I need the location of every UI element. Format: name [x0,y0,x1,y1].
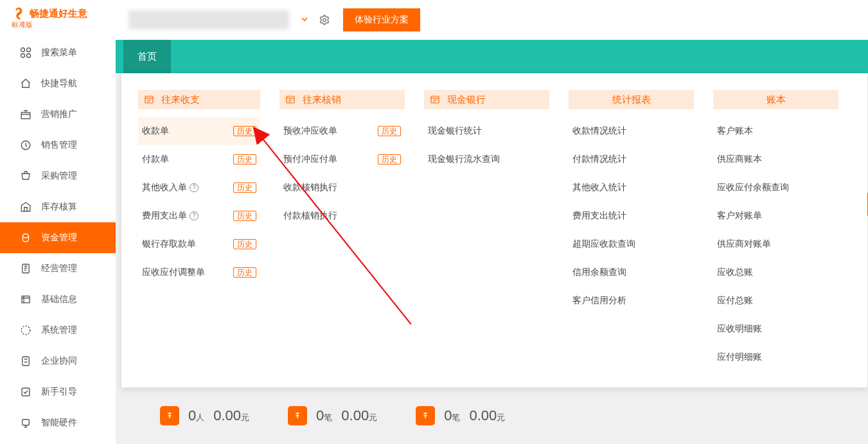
mega-menu-item-label: 银行存取款单 [142,238,196,250]
help-icon[interactable]: ? [190,211,199,220]
sidebar-item-purchase[interactable]: 采购管理 [0,161,116,191]
sidebar-item-quicknav[interactable]: 快捷导航 [0,68,116,99]
sidebar-item-inventory[interactable]: 库存核算 [0,191,116,222]
history-badge[interactable]: 历史 [233,182,256,193]
svg-point-1 [27,48,31,52]
history-badge[interactable]: 历史 [233,267,256,278]
mega-menu-item[interactable]: 其他收入统计 [569,173,694,202]
mega-menu-item[interactable]: 应收应付调整单历史 [138,258,260,287]
summary-card: 0笔 0.00元 [288,398,377,434]
card-amount: 0.00元 [213,407,249,424]
sidebar-item-guide[interactable]: 新手引导 [0,377,116,407]
history-badge[interactable]: 历史 [378,126,401,136]
mega-menu-item[interactable]: 费用支出统计 [569,202,694,230]
header: 体验行业方案 [116,0,868,40]
mega-menu-item[interactable]: 应收总账 [713,258,838,287]
mega-menu-item[interactable]: 预收冲应收单历史 [279,117,405,145]
sidebar-item-system[interactable]: 系统管理 [0,315,116,346]
svg-rect-9 [22,357,30,366]
mega-menu-item[interactable]: 收款单历史 [138,117,260,145]
sidebar-item-basic[interactable]: 基础信息 [0,284,116,315]
mega-menu-item[interactable]: 费用支出单?历史 [138,202,260,230]
mega-menu-item[interactable]: 其他收入单?历史 [138,173,260,202]
mega-menu-item[interactable]: 应付明细账 [713,343,838,371]
quicknav-icon [19,78,32,89]
mega-menu-item-label: 预收冲应收单 [283,125,337,137]
mega-menu-item[interactable]: 付款情况统计 [569,145,694,173]
logo-area: 畅捷通好生意 标准版 [0,0,116,37]
dropdown-caret-icon[interactable] [301,15,308,25]
sidebar-item-sales[interactable]: 销售管理 [0,130,116,161]
system-icon [19,324,32,336]
history-badge[interactable]: 历史 [233,211,256,221]
mega-menu-column-header: 统计报表 [569,90,694,109]
mega-menu-item[interactable]: 银行存取款单历史 [138,230,260,258]
mega-menu-item[interactable]: 预付冲应付单历史 [279,145,405,173]
document-icon [429,94,441,105]
sidebar-item-operation[interactable]: 经营管理 [0,253,116,284]
sidebar-item-corp[interactable]: 企业协同 [0,346,116,377]
svg-point-2 [21,54,25,58]
history-badge[interactable]: 历史 [233,154,256,164]
funds-icon [19,232,32,244]
mega-menu-item[interactable]: 信用余额查询 [569,258,694,287]
mega-menu-item-label: 现金银行统计 [428,125,482,137]
mega-menu-item[interactable]: 应收明细账 [713,315,838,343]
card-count: 0人 [188,407,204,424]
tab-home[interactable]: 首页 [123,40,171,73]
mega-menu-item[interactable]: 收款核销执行 [279,173,405,202]
history-badge[interactable]: 历史 [233,126,256,136]
mega-menu-item[interactable]: 付款核销执行 [279,202,405,230]
mega-menu-column-header: 现金银行 [424,90,549,109]
svg-point-8 [21,326,30,335]
sidebar-item-hardware[interactable]: 智能硬件 [0,407,116,438]
mega-menu-item-label: 应收应付调整单 [142,267,205,278]
history-badge[interactable]: 历史 [233,239,256,249]
mega-menu-item-label: 供应商账本 [717,154,762,165]
sidebar-item-label: 搜索菜单 [41,47,77,58]
mega-menu-column-title: 现金银行 [447,94,486,106]
mega-menu-item[interactable]: 客户账本 [713,117,838,145]
brand-logo-icon [12,6,26,21]
mega-menu-item[interactable]: 超期应收款查询 [569,230,694,258]
svg-rect-14 [145,96,153,103]
mega-menu-item[interactable]: 应付总账 [713,287,838,315]
history-badge[interactable]: 历史 [378,154,401,164]
card-count: 0笔 [444,407,460,424]
mega-menu-item-label: 收款情况统计 [572,125,626,137]
sidebar-item-funds[interactable]: 资金管理 [0,222,116,253]
mega-menu: 往来收支收款单历史付款单历史其他收入单?历史费用支出单?历史银行存取款单历史应收… [121,73,867,387]
mega-menu-item-label: 客户对账单 [717,210,762,222]
mega-menu-item[interactable]: 客户对账单 [713,202,838,230]
sidebar-item-label: 快捷导航 [41,78,77,89]
svg-point-0 [21,48,25,52]
gear-icon[interactable] [319,14,330,26]
card-icon [160,406,179,425]
card-amount: 0.00元 [341,407,377,424]
mega-menu-item-label: 费用支出统计 [572,210,626,222]
mega-menu-column: 账本客户账本供应商账本应收应付余额查询客户对账单供应商对账单应收总账应付总账应收… [713,90,838,371]
sidebar-item-label: 经营管理 [41,263,77,274]
mega-menu-item[interactable]: 客户信用分析 [569,287,694,315]
mega-menu-item[interactable]: 现金银行统计 [424,117,549,145]
card-amount: 0.00元 [469,407,505,424]
sidebar-item-label: 销售管理 [41,139,77,151]
mega-menu-item[interactable]: 收款情况统计 [569,117,694,145]
mega-menu-item[interactable]: 现金银行流水查询 [424,145,549,173]
org-selector-placeholder [128,10,289,30]
tabs-bar: 首页 [116,40,868,73]
mega-menu-item-label: 预付冲应付单 [283,154,337,165]
mega-menu-item-label: 收款核销执行 [283,182,337,193]
mega-menu-item[interactable]: 供应商账本 [713,145,838,173]
sidebar-item-search[interactable]: 搜索菜单 [0,37,116,68]
mega-menu-item[interactable]: 供应商对账单 [713,230,838,258]
svg-rect-16 [431,96,439,103]
sidebar-item-marketing[interactable]: 营销推广 [0,99,116,130]
cta-button[interactable]: 体验行业方案 [343,8,420,31]
card-icon [416,406,435,425]
mega-menu-item[interactable]: 付款单历史 [138,145,260,173]
mega-menu-item[interactable]: 应收应付余额查询 [713,173,838,202]
mega-menu-column-title: 账本 [766,94,786,106]
mega-menu-item-label: 付款情况统计 [572,154,626,165]
help-icon[interactable]: ? [190,183,199,192]
